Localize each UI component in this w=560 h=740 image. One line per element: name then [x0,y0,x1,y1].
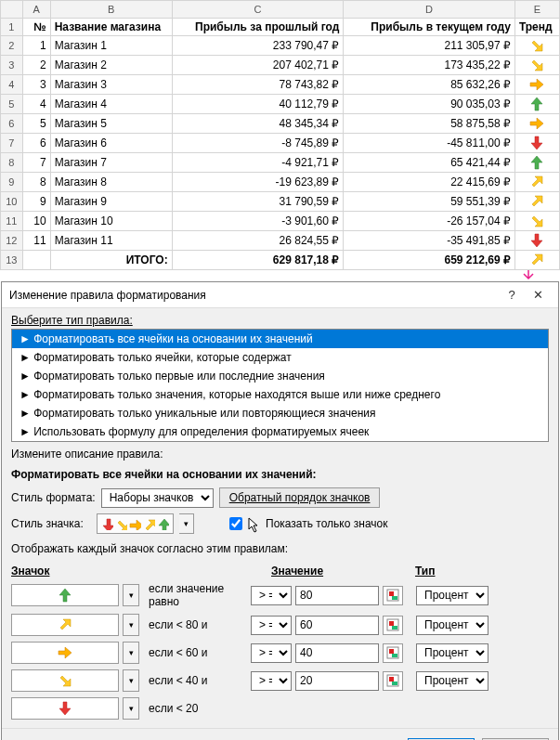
type-select[interactable]: Процент [416,643,488,663]
col-hdr-d[interactable]: D [344,1,515,19]
cell[interactable]: -35 491,85 ₽ [344,231,515,251]
cell[interactable]: 3 [22,75,50,95]
cell[interactable]: Магазин 6 [50,134,172,153]
cell[interactable]: 22 415,69 ₽ [344,173,515,192]
row-hdr[interactable]: 1 [1,19,23,36]
icon-select[interactable] [11,697,119,720]
rule-type-list[interactable]: ► Форматировать все ячейки на основании … [11,329,549,442]
cell[interactable]: Магазин 1 [50,36,172,56]
row-hdr[interactable]: 12 [1,231,23,251]
row-hdr[interactable]: 7 [1,134,23,153]
trend-cell[interactable] [514,56,559,75]
cell[interactable]: 58 875,58 ₽ [344,114,515,134]
trend-cell[interactable] [514,251,559,270]
cell[interactable]: 173 435,22 ₽ [344,56,515,75]
icon-dropdown[interactable]: ▾ [123,614,139,636]
cell[interactable] [22,251,50,270]
cell[interactable]: 4 [22,95,50,114]
trend-cell[interactable] [514,231,559,251]
icon-select[interactable] [11,669,119,692]
rule-type-item[interactable]: ► Форматировать только уникальные или по… [12,404,548,422]
hdr-a[interactable]: № [22,19,50,36]
cell[interactable]: 6 [22,134,50,153]
cell[interactable]: 90 035,03 ₽ [344,95,515,114]
cell[interactable]: 207 402,71 ₽ [172,56,344,75]
hdr-d[interactable]: Прибыль в текущем году [344,19,515,36]
cell[interactable]: 26 824,55 ₽ [172,231,344,251]
cell[interactable]: 9 [22,192,50,212]
format-style-select[interactable]: Наборы значков [101,488,214,508]
hdr-e[interactable]: Тренд [514,19,559,36]
cell[interactable]: 1 [22,36,50,56]
trend-cell[interactable] [514,95,559,114]
rule-type-item[interactable]: ► Форматировать только первые или послед… [12,367,548,385]
cell[interactable]: Магазин 3 [50,75,172,95]
trend-cell[interactable] [514,114,559,134]
hdr-c[interactable]: Прибыль за прошлый год [172,19,344,36]
value-input[interactable] [295,671,379,691]
cell[interactable]: 78 743,82 ₽ [172,75,344,95]
hdr-b[interactable]: Название магазина [50,19,172,36]
cell[interactable]: -4 921,71 ₽ [172,153,344,173]
rule-type-item[interactable]: ► Форматировать только значения, которые… [12,385,548,404]
range-ref-button[interactable] [383,671,403,691]
dialog-titlebar[interactable]: Изменение правила форматирования ? ✕ [2,282,558,308]
cell[interactable]: 11 [22,231,50,251]
cell[interactable]: Магазин 8 [50,173,172,192]
cell[interactable]: 233 790,47 ₽ [172,36,344,56]
trend-cell[interactable] [514,75,559,95]
cell[interactable]: -19 623,89 ₽ [172,173,344,192]
trend-cell[interactable] [514,153,559,173]
cell[interactable]: 8 [22,173,50,192]
range-ref-button[interactable] [383,616,403,635]
cell[interactable]: Магазин 5 [50,114,172,134]
icon-dropdown[interactable]: ▾ [123,584,139,606]
col-hdr-b[interactable]: B [50,1,172,19]
icon-select[interactable] [11,642,119,664]
value-input[interactable] [295,616,379,635]
cell[interactable]: 48 345,34 ₽ [172,114,344,134]
cell[interactable]: Магазин 10 [50,212,172,231]
row-hdr[interactable]: 6 [1,114,23,134]
icon-select[interactable] [11,614,119,636]
type-select[interactable]: Процент [416,616,488,635]
cell[interactable]: ИТОГО: [50,251,172,270]
cell[interactable]: 85 632,26 ₽ [344,75,515,95]
row-hdr[interactable]: 3 [1,56,23,75]
show-icon-only-check[interactable]: Показать только значок [226,514,387,533]
col-hdr-a[interactable]: A [22,1,50,19]
row-hdr[interactable]: 10 [1,192,23,212]
row-hdr[interactable]: 8 [1,153,23,173]
row-hdr[interactable]: 2 [1,36,23,56]
icon-dropdown[interactable]: ▾ [123,697,139,720]
cell[interactable]: 65 421,44 ₽ [344,153,515,173]
cell[interactable]: -26 157,04 ₽ [344,212,515,231]
cell[interactable]: 31 790,59 ₽ [172,192,344,212]
cell[interactable]: 2 [22,56,50,75]
row-hdr[interactable]: 11 [1,212,23,231]
cell[interactable]: 7 [22,153,50,173]
operator-select[interactable]: > = [251,586,292,605]
close-button[interactable]: ✕ [525,288,551,302]
icon-style-preview[interactable] [97,513,174,534]
row-hdr[interactable]: 5 [1,95,23,114]
cell[interactable]: 211 305,97 ₽ [344,36,515,56]
operator-select[interactable]: > = [251,616,292,635]
range-ref-button[interactable] [383,586,403,605]
trend-cell[interactable] [514,36,559,56]
reverse-order-button[interactable]: Обратный порядок значков [219,487,381,508]
cell[interactable]: -8 745,89 ₽ [172,134,344,153]
value-input[interactable] [295,586,379,605]
cell[interactable]: Магазин 7 [50,153,172,173]
trend-cell[interactable] [514,212,559,231]
type-select[interactable]: Процент [416,671,488,691]
cell[interactable]: 10 [22,212,50,231]
corner-cell[interactable] [1,1,23,19]
cell[interactable]: 59 551,39 ₽ [344,192,515,212]
trend-cell[interactable] [514,173,559,192]
operator-select[interactable]: > = [251,671,292,691]
icon-select[interactable] [11,584,119,606]
cell[interactable]: Магазин 2 [50,56,172,75]
cell[interactable]: Магазин 11 [50,231,172,251]
operator-select[interactable]: > = [251,643,292,663]
